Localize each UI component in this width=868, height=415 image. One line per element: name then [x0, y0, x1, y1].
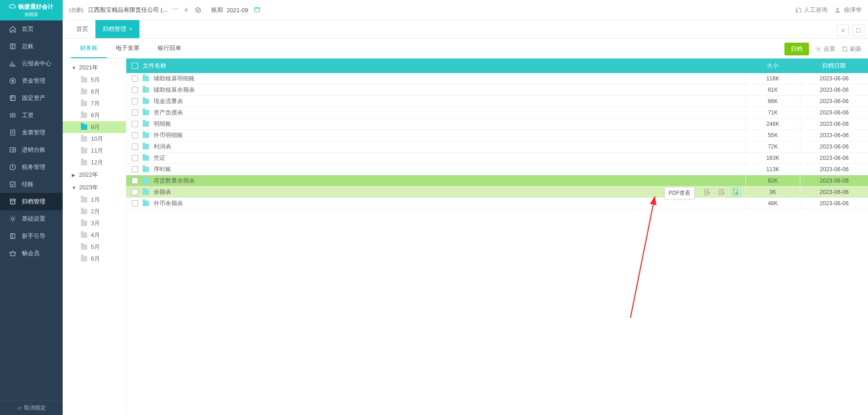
settings-link[interactable]: 设置: [815, 45, 835, 53]
gear-button[interactable]: [194, 6, 202, 14]
nav-item-ledger[interactable]: 总账: [0, 38, 63, 55]
tree-month[interactable]: 6月: [63, 86, 126, 98]
tree-year[interactable]: ▶2022年: [63, 168, 126, 181]
refresh-link[interactable]: 刷新: [842, 45, 862, 53]
table-row[interactable]: 资产负债表71K2023-06-06: [126, 107, 868, 119]
inner-tab-银行回单[interactable]: 银行回单: [149, 39, 190, 58]
nav-item-setting[interactable]: 基础设置: [0, 210, 63, 227]
tree-month[interactable]: 5月: [63, 74, 126, 86]
nav-label: 总账: [22, 42, 34, 50]
nav-item-asset[interactable]: 固定资产: [0, 89, 63, 107]
tree-month[interactable]: 11月: [63, 145, 126, 157]
excel-icon: [703, 188, 710, 196]
table-row[interactable]: 明细账246K2023-06-06: [126, 119, 868, 130]
nav-item-guide[interactable]: 新手引导: [0, 227, 63, 245]
row-checkbox[interactable]: [132, 87, 138, 93]
select-all-checkbox[interactable]: [132, 63, 138, 69]
row-checkbox[interactable]: [132, 75, 138, 82]
company-dropdown-icon[interactable]: ﹀: [172, 6, 179, 14]
row-checkbox[interactable]: [132, 155, 138, 161]
folder-icon: [81, 209, 87, 214]
nav-item-invoice[interactable]: 发票管理: [0, 124, 63, 141]
inner-tab-财务账[interactable]: 财务账: [71, 39, 107, 58]
inner-tab-电子发票[interactable]: 电子发票: [107, 39, 149, 58]
tree-month-label: 1月: [91, 196, 100, 204]
nav-label: 进销台账: [22, 146, 45, 154]
tab-首页[interactable]: 首页: [69, 20, 95, 38]
plus-icon: [183, 7, 189, 13]
row-checkbox[interactable]: [132, 121, 138, 127]
tree-month[interactable]: 1月: [63, 194, 126, 206]
tree-month[interactable]: 2月: [63, 206, 126, 217]
row-checkbox[interactable]: [132, 109, 138, 116]
tree-year[interactable]: ▼2021年: [63, 61, 126, 74]
tree-month[interactable]: 10月: [63, 133, 126, 145]
row-checkbox[interactable]: [132, 189, 138, 195]
nav-item-tax[interactable]: 税务管理: [0, 158, 63, 176]
nav-item-close[interactable]: 结账: [0, 176, 63, 193]
row-checkbox[interactable]: [132, 200, 138, 207]
folder-icon: [81, 256, 87, 262]
tree-month[interactable]: 6月: [63, 253, 126, 265]
refresh-icon: [842, 46, 848, 52]
tree-month[interactable]: 9月: [63, 121, 126, 133]
home-icon: [9, 25, 16, 33]
table-row[interactable]: 余额表3K2023-06-06: [126, 187, 868, 198]
table-row[interactable]: 凭证163K2023-06-06: [126, 153, 868, 164]
row-checkbox[interactable]: [132, 98, 138, 104]
svg-point-4: [12, 114, 13, 116]
tree-month[interactable]: 8月: [63, 109, 126, 121]
nav-label: 结账: [22, 180, 34, 188]
nav-item-fund[interactable]: 资金管理: [0, 72, 63, 89]
username[interactable]: 徐泽华: [844, 6, 862, 14]
archive-button[interactable]: 归档: [784, 43, 809, 55]
tree-month[interactable]: 5月: [63, 241, 126, 253]
nav-item-chart[interactable]: 云报表中心: [0, 55, 63, 72]
svg-point-13: [836, 8, 838, 10]
table-row[interactable]: 序时账113K2023-06-06: [126, 164, 868, 175]
nav-item-inout[interactable]: 进销台账: [0, 141, 63, 158]
tree-month[interactable]: 4月: [63, 229, 126, 241]
table-row[interactable]: 存货数量余额表62K2023-06-06: [126, 175, 868, 187]
sidebar-collapse-button[interactable]: 取消固定: [0, 400, 63, 415]
tree-month[interactable]: 3月: [63, 217, 126, 229]
folder-icon: [81, 232, 87, 238]
add-button[interactable]: [182, 6, 190, 14]
row-checkbox[interactable]: [132, 132, 138, 138]
svg-rect-10: [10, 234, 15, 239]
fund-icon: [9, 77, 16, 84]
folder-icon: [81, 160, 87, 165]
nav-item-archive[interactable]: 归档管理: [0, 193, 63, 210]
pdf-view-button[interactable]: [731, 187, 741, 197]
excel-download-button[interactable]: [702, 187, 712, 197]
row-checkbox[interactable]: [132, 166, 138, 173]
row-checkbox[interactable]: [132, 143, 138, 150]
svg-rect-3: [10, 114, 15, 117]
main-nav: 首页总账云报表中心资金管理固定资产工资发票管理进销台账税务管理结账归档管理基础设…: [0, 20, 63, 400]
table-row[interactable]: 利润表72K2023-06-06: [126, 141, 868, 153]
tab-归档管理[interactable]: 归档管理×: [95, 20, 139, 38]
table-row[interactable]: 辅助核算明细账116K2023-06-06: [126, 73, 868, 84]
nav-item-salary[interactable]: 工资: [0, 107, 63, 124]
table-row[interactable]: 辅助核算余额表81K2023-06-06: [126, 84, 868, 96]
nav-item-vip[interactable]: 畅会员: [0, 245, 63, 262]
sidebar: 畅捷通好会计 旗舰版 首页总账云报表中心资金管理固定资产工资发票管理进销台账税务…: [0, 0, 63, 415]
tree-month[interactable]: 7月: [63, 98, 126, 109]
fullscreen-button[interactable]: [853, 25, 864, 36]
table-row[interactable]: 外币明细账55K2023-06-06: [126, 130, 868, 141]
nav-item-home[interactable]: 首页: [0, 20, 63, 38]
folder-icon: [143, 99, 149, 104]
row-checkbox[interactable]: [132, 178, 138, 184]
tab-close-icon[interactable]: ×: [129, 26, 132, 32]
tree-year[interactable]: ▼2023年: [63, 181, 126, 194]
table-row[interactable]: 现金流量表66K2023-06-06: [126, 96, 868, 107]
consult-link[interactable]: 人工咨询: [795, 6, 828, 14]
close-tab-button[interactable]: [837, 25, 849, 36]
tax-icon: [9, 163, 16, 171]
folder-icon: [143, 76, 149, 81]
calendar-icon[interactable]: [254, 6, 260, 14]
pdf-download-button[interactable]: [716, 187, 726, 197]
file-name: 现金流量表: [154, 98, 183, 105]
tree-month[interactable]: 12月: [63, 157, 126, 168]
table-row[interactable]: 外币余额表48K2023-06-06: [126, 198, 868, 209]
